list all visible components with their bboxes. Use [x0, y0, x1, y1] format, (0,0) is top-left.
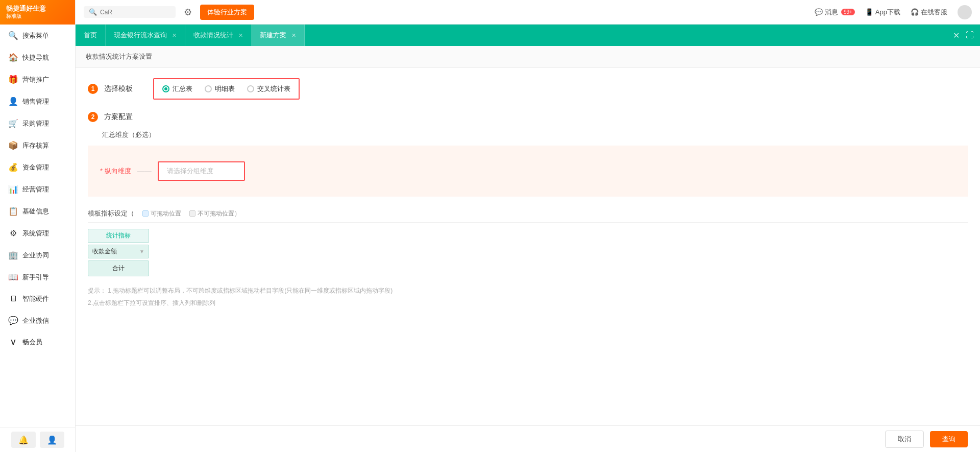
radio-cross[interactable]: 交叉统计表	[247, 84, 290, 93]
indicator-header: 模板指标设定（ 可拖动位置 不可拖动位置）	[88, 205, 968, 223]
radio-summary-input[interactable]	[162, 85, 169, 92]
action-bar: 取消 查询	[76, 425, 980, 452]
step1-header: 1 选择模板 汇总表 明细表	[88, 78, 968, 100]
fixed-dot	[189, 210, 195, 217]
sidebar-bottom-btn-2[interactable]: 👤	[40, 432, 64, 448]
radio-cross-input[interactable]	[247, 85, 254, 92]
sidebar-item-label: 企业协同	[22, 251, 49, 260]
sidebar-item-label: 经营管理	[22, 185, 49, 194]
step1-section: 1 选择模板 汇总表 明细表	[88, 78, 968, 100]
app-download-item[interactable]: 📱 App下载	[865, 8, 900, 17]
sales-icon: 👤	[8, 97, 18, 106]
sidebar-item-label: 智能硬件	[22, 294, 49, 303]
inventory-icon: 📦	[8, 140, 18, 150]
close-receipt-stats-tab[interactable]: ✕	[238, 32, 243, 39]
tab-cash-flow[interactable]: 现金银行流水查询 ✕	[106, 25, 185, 46]
dimension-area: * 纵向维度 —— 请选择分组维度	[88, 146, 968, 197]
tip-2: 2.点击标题栏下拉可设置排序、插入列和删除列	[88, 297, 968, 309]
stats-area: 统计指标 收款金额 ▼ 合计	[88, 229, 968, 276]
sidebar-item-search-menu[interactable]: 🔍 搜索菜单	[0, 25, 75, 46]
dimension-section-title: 汇总维度（必选）	[102, 130, 968, 139]
step2-header: 2 方案配置	[88, 112, 968, 122]
settings-icon[interactable]: ⚙	[184, 7, 192, 18]
sidebar-item-system[interactable]: ⚙ 系统管理	[0, 222, 75, 244]
online-service-label: 在线客服	[921, 8, 947, 17]
wechat-icon: 💬	[8, 316, 18, 325]
user-avatar[interactable]	[958, 5, 972, 19]
message-badge: 99+	[841, 9, 855, 15]
sidebar-item-wechat[interactable]: 💬 企业微信	[0, 310, 75, 331]
sidebar-item-capital[interactable]: 💰 资金管理	[0, 156, 75, 178]
sidebar-item-guide[interactable]: 📖 新手引导	[0, 266, 75, 288]
query-button[interactable]: 查询	[930, 431, 968, 447]
page-content: 收款情况统计方案设置 1 选择模板 汇总表	[76, 46, 980, 425]
close-cash-flow-tab[interactable]: ✕	[172, 32, 177, 39]
cancel-button[interactable]: 取消	[885, 431, 924, 448]
search-box[interactable]: 🔍	[84, 6, 176, 18]
sidebar-item-label: 营销推广	[22, 75, 49, 84]
message-label: 消息	[825, 8, 838, 17]
logo-edition: 标准版	[6, 13, 46, 20]
logo-name: 畅捷通好生意	[6, 5, 46, 13]
template-options: 汇总表 明细表 交叉统计表	[153, 78, 300, 100]
sidebar-item-member[interactable]: V 畅会员	[0, 331, 75, 353]
online-service-item[interactable]: 🎧 在线客服	[911, 8, 947, 17]
dimension-selector[interactable]: 请选择分组维度	[158, 161, 245, 181]
industry-btn[interactable]: 体验行业方案	[200, 5, 254, 20]
sidebar-item-basic-info[interactable]: 📋 基础信息	[0, 200, 75, 222]
sidebar-item-label: 资金管理	[22, 163, 49, 172]
sidebar-item-label: 销售管理	[22, 97, 49, 106]
sidebar-item-purchase[interactable]: 🛒 采购管理	[0, 112, 75, 134]
search-input[interactable]	[100, 9, 161, 16]
search-icon: 🔍	[89, 8, 97, 16]
topbar: 🔍 ⚙ 体验行业方案 💬 消息 99+ 📱 App下载 🎧 在线客服	[76, 0, 980, 25]
config-section: 汇总维度（必选） * 纵向维度 —— 请选择分组维度	[88, 130, 968, 317]
tab-home-label: 首页	[84, 31, 97, 40]
dimension-selector-placeholder: 请选择分组维度	[167, 167, 213, 175]
stats-tag-receipt[interactable]: 收款金额 ▼	[88, 245, 149, 258]
step2-section: 2 方案配置 汇总维度（必选） * 纵向维度 —— 请选择分组维度	[88, 112, 968, 317]
radio-cross-label: 交叉统计表	[257, 84, 290, 93]
radio-detail-input[interactable]	[205, 85, 212, 92]
sidebar-item-label: 采购管理	[22, 119, 49, 128]
message-item[interactable]: 💬 消息 99+	[815, 8, 855, 17]
sidebar-item-marketing[interactable]: 🎁 营销推广	[0, 68, 75, 90]
system-icon: ⚙	[8, 228, 18, 238]
tabs-close-icon[interactable]: ✕	[953, 31, 960, 40]
radio-detail-label: 明细表	[215, 84, 235, 93]
tab-new-plan[interactable]: 新建方案 ✕	[252, 25, 305, 46]
dimension-row: * 纵向维度 —— 请选择分组维度	[100, 161, 245, 181]
page-header: 收款情况统计方案设置	[76, 46, 980, 68]
stats-column-header: 统计指标	[88, 229, 149, 243]
capital-icon: 💰	[8, 162, 18, 172]
indicator-section: 模板指标设定（ 可拖动位置 不可拖动位置）	[88, 205, 968, 317]
tabs-bar: 首页 现金银行流水查询 ✕ 收款情况统计 ✕ 新建方案 ✕ ✕ ⛶	[76, 25, 980, 46]
sidebar-item-operation[interactable]: 📊 经营管理	[0, 178, 75, 200]
form-area: 1 选择模板 汇总表 明细表	[76, 68, 980, 425]
sidebar-item-inventory[interactable]: 📦 库存核算	[0, 134, 75, 156]
stats-column: 统计指标 收款金额 ▼ 合计	[88, 229, 149, 276]
chevron-down-icon: ▼	[139, 249, 144, 254]
step1-label: 选择模板	[104, 84, 133, 93]
dimension-arrow: ——	[137, 167, 152, 175]
tab-receipt-stats[interactable]: 收款情况统计 ✕	[185, 25, 252, 46]
content-area: 收款情况统计方案设置 1 选择模板 汇总表	[76, 46, 980, 425]
tabs-expand-icon[interactable]: ⛶	[966, 31, 974, 40]
sidebar-item-hardware[interactable]: 🖥 智能硬件	[0, 288, 75, 310]
radio-summary[interactable]: 汇总表	[162, 84, 192, 93]
sidebar-item-sales[interactable]: 👤 销售管理	[0, 90, 75, 112]
sidebar-item-enterprise[interactable]: 🏢 企业协同	[0, 244, 75, 266]
legend-movable-label: 可拖动位置	[151, 209, 181, 218]
radio-detail[interactable]: 明细表	[205, 84, 235, 93]
hardware-icon: 🖥	[8, 294, 18, 303]
service-icon: 🎧	[911, 8, 919, 16]
sidebar-item-label: 新手引导	[22, 273, 49, 282]
radio-summary-label: 汇总表	[173, 84, 192, 93]
sidebar-item-quick-nav[interactable]: 🏠 快捷导航	[0, 46, 75, 68]
tab-home[interactable]: 首页	[76, 25, 106, 46]
app-icon: 📱	[865, 8, 873, 16]
legend-movable: 可拖动位置	[142, 209, 181, 218]
sidebar-bottom-btn-1[interactable]: 🔔	[11, 432, 36, 448]
main-area: 🔍 ⚙ 体验行业方案 💬 消息 99+ 📱 App下载 🎧 在线客服 首页	[76, 0, 980, 452]
close-new-plan-tab[interactable]: ✕	[291, 32, 296, 39]
